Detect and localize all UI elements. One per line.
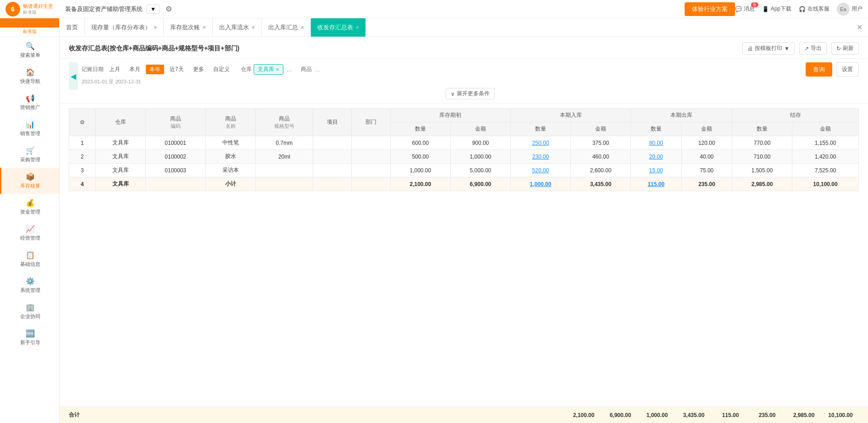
date-btn-this-year[interactable]: 本年 — [146, 65, 164, 74]
settings-gear-btn[interactable]: ⚙ — [164, 3, 174, 15]
td-warehouse: 文具库 — [95, 136, 145, 150]
sidebar-item-guide[interactable]: 🆕 新手引导 — [0, 324, 59, 351]
export-btn[interactable]: ↗ 导出 — [799, 42, 827, 55]
warehouse-more-btn[interactable]: ... — [285, 66, 293, 73]
out-qty-link[interactable]: 80.00 — [649, 140, 663, 146]
tab-close-inventory-dist[interactable]: × — [154, 24, 157, 31]
date-btn-more[interactable]: 更多 — [189, 65, 208, 74]
page-content: 收发存汇总表(按仓库+商品编码+商品+规格型号+项目+部门) 🖨 按模板打印 ▼… — [60, 37, 868, 407]
td-in-qty: 230.00 — [510, 150, 570, 164]
tab-inventory-dist[interactable]: 现存量（库存分布表） × — [85, 18, 164, 37]
date-btn-this-month[interactable]: 本月 — [126, 65, 144, 74]
td-opening-qty: 2,100.00 — [390, 177, 450, 191]
tab-bar-close[interactable]: ✕ — [857, 23, 868, 32]
td-opening-qty: 1,000.00 — [390, 164, 450, 177]
th-project: 项目 — [313, 109, 352, 136]
in-qty-link[interactable]: 230.00 — [532, 154, 549, 160]
expand-conditions-btn[interactable]: ∨ 展开更多条件 — [446, 88, 495, 99]
td-warehouse: 文具库 — [95, 150, 145, 164]
th-goods-name: 商品名称 — [205, 109, 255, 136]
app-download-btn[interactable]: 📱 App下载 — [762, 5, 791, 13]
date-btn-custom[interactable]: 自定义 — [210, 65, 233, 74]
td-balance-amt: 1,155.00 — [792, 136, 859, 150]
logo-text: 畅捷通好生意 标准版 — [23, 3, 53, 15]
app-logo: 6 畅捷通好生意 标准版 — [6, 2, 65, 16]
out-qty-link[interactable]: 20.00 — [649, 154, 663, 160]
td-balance-qty: 770.00 — [732, 136, 792, 150]
user-area[interactable]: Ea 用户 — [837, 3, 862, 16]
td-opening-amt: 6,900.00 — [450, 177, 510, 191]
sidebar-item-system[interactable]: ⚙️ 系统管理 — [0, 272, 59, 298]
sidebar-item-quick-nav[interactable]: 🏠 快捷导航 — [0, 63, 59, 89]
date-btn-7days[interactable]: 近7天 — [166, 65, 188, 74]
sidebar-item-operations[interactable]: 📈 经营管理 — [0, 220, 59, 246]
in-qty-link[interactable]: 520.00 — [532, 167, 549, 174]
tab-close-inout-summary[interactable]: × — [301, 24, 304, 31]
in-qty-link[interactable]: 1,000.00 — [530, 181, 552, 187]
tab-close-batch[interactable]: × — [203, 24, 206, 31]
date-btn-last-month[interactable]: 上月 — [105, 65, 124, 74]
td-balance-qty: 2,985.00 — [732, 177, 792, 191]
tab-close-receipt-summary[interactable]: × — [356, 24, 359, 31]
sidebar-item-enterprise[interactable]: 🏢 企业协同 — [0, 298, 59, 324]
tab-inout-flow[interactable]: 出入库流水 × — [213, 18, 262, 37]
out-qty-link[interactable]: 15.00 — [649, 167, 663, 174]
sidebar-item-inventory[interactable]: 📦 库存核算 — [0, 168, 59, 194]
tab-inout-summary[interactable]: 出入库汇总 × — [262, 18, 311, 37]
td-code: 0100003 — [145, 164, 205, 177]
expand-row: ∨ 展开更多条件 — [82, 88, 859, 99]
tab-home[interactable]: 首页 — [60, 18, 85, 37]
th-warehouse: 仓库 — [95, 109, 145, 136]
th-goods-spec: 商品规格型号 — [255, 109, 313, 136]
td-in-amt: 460.00 — [571, 150, 631, 164]
td-code: 0100001 — [145, 136, 205, 150]
trial-button[interactable]: 体验行业方案 — [685, 2, 735, 16]
tab-receipt-summary[interactable]: 收发存汇总表 × — [311, 18, 366, 37]
tab-close-inout-flow[interactable]: × — [252, 24, 255, 31]
td-out-qty: 20.00 — [631, 150, 681, 164]
system-icon: ⚙️ — [26, 277, 35, 286]
headset-icon: 🎧 — [799, 6, 806, 12]
filter-arrow-btn[interactable]: ◀ — [69, 62, 78, 90]
out-qty-link[interactable]: 115.00 — [647, 181, 664, 187]
td-no: 3 — [69, 164, 96, 177]
td-department — [352, 164, 390, 177]
sales-icon: 📊 — [26, 120, 35, 129]
system-dropdown[interactable]: ▼ — [146, 5, 160, 14]
th-department: 部门 — [352, 109, 390, 136]
goods-more-btn[interactable]: ... — [314, 66, 322, 73]
warehouse-tag-text: 文具库 — [258, 66, 274, 73]
th-goods-code: 商品编码 — [145, 109, 205, 136]
footer-in-amt: 3,435.00 — [675, 412, 712, 418]
td-in-amt: 2,600.00 — [571, 164, 631, 177]
table-row: 3 文具库 0100003 采访本 1,000.00 5,000.00 520.… — [69, 164, 859, 177]
system-name: 装备及固定资产辅助管理系统 — [65, 5, 143, 13]
goods-label: 商品 — [301, 66, 312, 73]
bottom-total-bar: 合计 2,100.00 6,900.00 1,000.00 3,435.00 1… — [60, 407, 868, 423]
sidebar-item-finance[interactable]: 💰 资金管理 — [0, 194, 59, 220]
message-btn[interactable]: 💬 消息 6 — [735, 5, 755, 13]
sidebar-item-search[interactable]: 🔍 搜索菜单 — [0, 37, 59, 63]
print-btn[interactable]: 🖨 按模板打印 ▼ — [742, 42, 795, 55]
sidebar-item-purchase[interactable]: 🛒 采购管理 — [0, 142, 59, 168]
td-out-amt: 235.00 — [681, 177, 732, 191]
refresh-btn[interactable]: ↻ 刷新 — [831, 42, 859, 55]
td-spec — [255, 177, 313, 191]
tab-batch[interactable]: 库存批次账 × — [164, 18, 213, 37]
td-name: 小计 — [205, 177, 255, 191]
td-in-qty: 520.00 — [510, 164, 570, 177]
query-btn[interactable]: 查询 — [806, 62, 832, 77]
operations-icon: 📈 — [26, 225, 35, 233]
purchase-icon: 🛒 — [26, 146, 35, 155]
in-qty-link[interactable]: 250.00 — [532, 140, 549, 146]
td-opening-amt: 900.00 — [450, 136, 510, 150]
th-settings[interactable]: ⚙ — [69, 109, 96, 136]
system-name-area: 装备及固定资产辅助管理系统 ▼ ⚙ — [65, 3, 685, 15]
sidebar-item-sales[interactable]: 📊 销售管理 — [0, 115, 59, 142]
td-department — [352, 150, 390, 164]
sidebar-item-basic-info[interactable]: 📋 基础信息 — [0, 246, 59, 272]
sidebar-item-marketing[interactable]: 📢 营销推广 — [0, 89, 59, 115]
warehouse-tag-close[interactable]: × — [276, 66, 279, 73]
online-service-btn[interactable]: 🎧 在线客服 — [799, 5, 829, 13]
filter-settings-btn[interactable]: 设置 — [836, 62, 859, 77]
